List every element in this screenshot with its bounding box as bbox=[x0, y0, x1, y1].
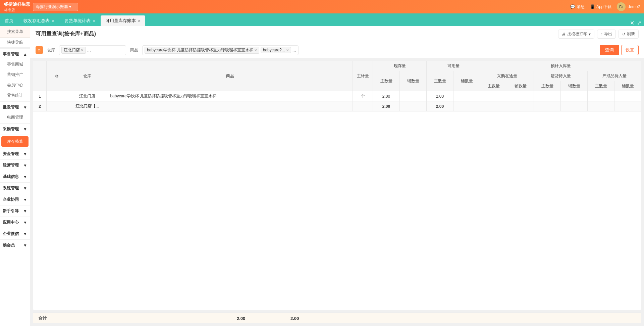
sidebar-search[interactable]: 搜索菜单 bbox=[0, 26, 30, 38]
remove-product-tag-1[interactable]: ✕ bbox=[254, 48, 257, 52]
close-receipts-tab[interactable]: ✕ bbox=[52, 19, 54, 23]
remove-warehouse-tag[interactable]: ✕ bbox=[81, 48, 84, 52]
th-purchase-main: 主数量 bbox=[480, 81, 507, 91]
remove-product-tag-2[interactable]: ✕ bbox=[286, 48, 289, 52]
footer-label: 合计 bbox=[36, 315, 62, 321]
sidebar-section-member[interactable]: 畅会员 ▼ bbox=[0, 240, 30, 250]
product-tag-2: babycare?... ✕ bbox=[261, 47, 291, 53]
cell-purchase-aux bbox=[507, 101, 534, 111]
th-transit-group: 进货待入量 bbox=[534, 71, 588, 81]
cell-production-aux bbox=[614, 101, 641, 111]
th-warehouse: 仓库 bbox=[67, 61, 107, 91]
top-bar-right: 💬 消息 📱 App下载 Ea demo2 bbox=[570, 2, 640, 11]
warehouse-tag: 江北门店 ✕ bbox=[61, 47, 86, 54]
warehouse-label: 仓库 bbox=[47, 47, 55, 53]
tab-receipts[interactable]: 收发存汇总表 ✕ bbox=[19, 15, 59, 26]
sidebar-item-member-center[interactable]: 会员中心 bbox=[0, 80, 30, 90]
th-transit-aux: 辅数量 bbox=[561, 81, 588, 91]
user-avatar[interactable]: Ea demo2 bbox=[617, 2, 640, 11]
th-settings[interactable]: ⚙ bbox=[47, 61, 67, 91]
cell-unit bbox=[353, 101, 373, 111]
export-btn[interactable]: ↑ 导出 bbox=[597, 30, 616, 39]
cell-warehouse: 江北门店 bbox=[67, 91, 107, 101]
cell-product: babycare学饮杯 儿童防摔防撞吸管杯重力球吸嘴杯宝宝水杯 bbox=[107, 91, 353, 101]
th-no bbox=[33, 61, 47, 91]
footer-avail-main: 2.00 bbox=[281, 316, 308, 321]
sidebar-item-retail-stats[interactable]: 零售统计 bbox=[0, 90, 30, 101]
print-btn[interactable]: 🖨 按模板打印 ▾ bbox=[558, 30, 594, 39]
sidebar-item-marketing[interactable]: 营销推广 bbox=[0, 69, 30, 80]
filter-bar: » 仓库 江北门店 ✕ ... 商品 babycare学饮杯 儿童防摔防撞吸管杯… bbox=[30, 42, 644, 58]
sidebar-section-apps[interactable]: 应用中心 ▼ bbox=[0, 218, 30, 227]
th-stock-main: 主数量 bbox=[373, 71, 400, 91]
tab-orders[interactable]: 要货单统计表 ✕ bbox=[60, 15, 100, 26]
cell-avail-aux bbox=[453, 101, 480, 111]
th-available-group: 可用量 bbox=[427, 61, 480, 71]
cell-purchase-main bbox=[480, 91, 507, 101]
th-stock-aux: 辅数量 bbox=[400, 71, 427, 91]
settings-icon[interactable]: ⚙ bbox=[55, 74, 59, 79]
product-tag-1: babycare学饮杯 儿童防摔防撞吸管杯重力球吸嘴杯宝宝水杯 ✕ bbox=[145, 47, 259, 54]
settings-btn[interactable]: 设置 bbox=[621, 45, 639, 55]
cell-unit: 个 bbox=[353, 91, 373, 101]
sidebar-section-wechat[interactable]: 企业微信 ▼ bbox=[0, 229, 30, 239]
message-btn[interactable]: 💬 消息 bbox=[570, 4, 585, 10]
product-dots[interactable]: ... bbox=[292, 48, 296, 53]
logo-sub: 标准版 bbox=[4, 7, 30, 12]
th-production-main: 主数量 bbox=[588, 81, 614, 91]
print-icon: 🖨 bbox=[562, 32, 566, 37]
cell-production-aux bbox=[614, 91, 641, 101]
close-orders-tab[interactable]: ✕ bbox=[93, 19, 95, 23]
cell-production-main bbox=[588, 101, 614, 111]
close-window-icon[interactable]: ✕ bbox=[630, 20, 634, 26]
cell-no: 2 bbox=[33, 101, 47, 111]
nav-right-icons: ✕ ⤢ bbox=[630, 20, 644, 26]
th-product: 商品 bbox=[107, 61, 353, 91]
sidebar-section-operations[interactable]: 经营管理 ▼ bbox=[0, 160, 30, 170]
tab-home[interactable]: 首页 bbox=[0, 15, 18, 26]
th-available-aux: 辅数量 bbox=[453, 71, 480, 91]
sidebar-item-retail-store[interactable]: 零售商城 bbox=[0, 59, 30, 69]
sidebar-item-ecommerce[interactable]: 电商管理 bbox=[0, 112, 30, 123]
th-purchase-aux: 辅数量 bbox=[507, 81, 534, 91]
query-btn[interactable]: 查询 bbox=[600, 45, 619, 55]
company-selector[interactable]: 母婴行业演示账套 ▾ bbox=[33, 3, 78, 11]
table-row: 2江北门店【...2.002.00 bbox=[33, 101, 641, 111]
sidebar-quick-nav[interactable]: 快捷导航 bbox=[0, 38, 30, 48]
table-area: ⚙ 仓库 商品 主计量 现存量 可用量 预计入库量 主数量 辅数量 主数量 辅数… bbox=[33, 61, 641, 310]
th-purchase-group: 采购在途量 bbox=[480, 71, 534, 81]
top-bar: 畅捷通好生意 标准版 母婴行业演示账套 ▾ 💬 消息 📱 App下载 Ea de… bbox=[0, 0, 644, 13]
product-label: 商品 bbox=[130, 47, 138, 53]
page-actions: 🖨 按模板打印 ▾ ↑ 导出 ↺ 刷新 bbox=[558, 30, 639, 39]
cell-stock-aux bbox=[400, 101, 427, 111]
th-available-main: 主数量 bbox=[427, 71, 453, 91]
sidebar-section-finance[interactable]: 资金管理 ▼ bbox=[0, 149, 30, 159]
cell-no: 1 bbox=[33, 91, 47, 101]
filter-expand-btn[interactable]: » bbox=[36, 46, 43, 54]
logo: 畅捷通好生意 标准版 bbox=[4, 1, 30, 12]
refresh-btn[interactable]: ↺ 刷新 bbox=[619, 30, 639, 39]
sidebar-section-purchase[interactable]: 采购管理 ▼ bbox=[0, 124, 30, 134]
sidebar-section-guide[interactable]: 新手引导 ▼ bbox=[0, 206, 30, 216]
cell-avail-main: 2.00 bbox=[427, 91, 453, 101]
th-production-group: 产成品待入量 bbox=[588, 71, 641, 81]
cell-transit-aux bbox=[561, 91, 588, 101]
sidebar-section-enterprise[interactable]: 企业协同 ▼ bbox=[0, 195, 30, 204]
close-inventory-tab[interactable]: ✕ bbox=[138, 19, 141, 23]
tab-inventory[interactable]: 可用量库存账本 ✕ bbox=[101, 15, 145, 26]
warehouse-filter[interactable]: 江北门店 ✕ ... bbox=[59, 45, 126, 55]
product-filter[interactable]: babycare学饮杯 儿童防摔防撞吸管杯重力球吸嘴杯宝宝水杯 ✕ babyca… bbox=[142, 45, 299, 55]
cell-production-main bbox=[588, 91, 614, 101]
sidebar-section-wholesale[interactable]: 批发管理 ▼ bbox=[0, 102, 30, 112]
app-download-btn[interactable]: 📱 App下载 bbox=[590, 4, 611, 10]
sidebar-section-system[interactable]: 系统管理 ▼ bbox=[0, 183, 30, 193]
warehouse-dots[interactable]: ... bbox=[87, 48, 91, 53]
sidebar-item-inventory[interactable]: 库存核算 bbox=[1, 136, 29, 147]
cell-purchase-aux bbox=[507, 91, 534, 101]
sidebar-section-retail[interactable]: 零售管理 ▲ bbox=[0, 49, 30, 59]
sidebar: 搜索菜单 快捷导航 零售管理 ▲ 零售商城 营销推广 会员中心 零售统计 批发管… bbox=[0, 26, 30, 326]
cell-stock-aux bbox=[400, 91, 427, 101]
expand-window-icon[interactable]: ⤢ bbox=[637, 20, 641, 26]
sidebar-section-basics[interactable]: 基础信息 ▼ bbox=[0, 172, 30, 182]
main-layout: 搜索菜单 快捷导航 零售管理 ▲ 零售商城 营销推广 会员中心 零售统计 批发管… bbox=[0, 26, 644, 326]
